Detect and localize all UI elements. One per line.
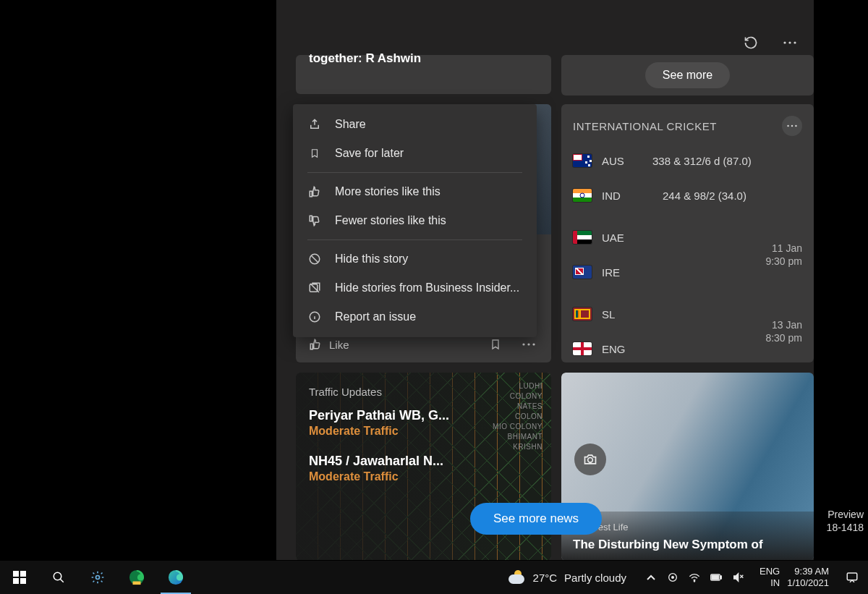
intl-cricket-card: INTERNATIONAL CRICKET AUS338 & 312/6 d (… xyxy=(561,104,814,362)
flag-ind-icon xyxy=(573,189,592,202)
ctx-report[interactable]: Report an issue xyxy=(293,302,537,331)
action-center-button[interactable] xyxy=(836,571,868,584)
cricket-options-button[interactable] xyxy=(782,116,802,136)
ctx-hide-story[interactable]: Hide this story xyxy=(293,245,537,273)
svg-point-6 xyxy=(787,125,788,127)
svg-rect-14 xyxy=(20,571,26,577)
start-button[interactable] xyxy=(0,561,39,594)
svg-rect-28 xyxy=(847,573,857,580)
ctx-fewer-stories[interactable]: Fewer stories like this xyxy=(293,206,537,235)
ctx-share[interactable]: Share xyxy=(293,110,537,139)
weather-icon xyxy=(509,570,526,585)
svg-point-9 xyxy=(588,458,593,463)
bookmark-button[interactable] xyxy=(486,335,505,354)
svg-point-5 xyxy=(532,343,535,345)
tray-wifi-icon[interactable] xyxy=(689,572,700,583)
story-context-menu: Share Save for later More stories like t… xyxy=(293,104,537,337)
match-0[interactable]: AUS338 & 312/6 d (87.0) IND244 & 98/2 (3… xyxy=(561,143,814,213)
search-button[interactable] xyxy=(39,561,78,594)
svg-rect-26 xyxy=(721,576,722,579)
taskbar: 27°C Partly cloudy ENGIN 9:39 AM1/10/202… xyxy=(0,561,868,594)
block-icon xyxy=(307,252,322,266)
thumbs-down-icon xyxy=(307,213,322,228)
taskbar-settings-icon[interactable] xyxy=(78,561,117,594)
weather-temp: 27°C xyxy=(533,572,558,584)
news-interests-panel: together: R Ashwin Like LUDHI COLONY NAT… xyxy=(276,0,814,560)
taskbar-weather[interactable]: 27°C Partly cloudy xyxy=(498,570,637,585)
share-icon xyxy=(307,117,322,132)
headline-text: together: R Ashwin xyxy=(309,51,421,67)
hide-source-icon xyxy=(307,281,322,295)
traffic-road-1: NH45 / Jawaharlal N... xyxy=(309,454,538,469)
camera-icon xyxy=(574,444,606,475)
flag-eng-icon xyxy=(573,342,592,355)
see-more-card: See more xyxy=(561,55,814,96)
flag-sl-icon xyxy=(573,307,592,321)
svg-point-23 xyxy=(672,577,674,579)
svg-point-18 xyxy=(96,576,100,580)
svg-point-3 xyxy=(522,343,524,345)
svg-point-24 xyxy=(694,581,694,582)
like-button[interactable]: Like xyxy=(309,338,349,351)
svg-point-17 xyxy=(54,572,61,580)
taskbar-edge-icon[interactable] xyxy=(156,561,195,594)
headline-card[interactable]: together: R Ashwin xyxy=(296,55,551,94)
taskbar-clock[interactable]: ENGIN 9:39 AM1/10/2021 xyxy=(752,566,836,589)
ctx-hide-source[interactable]: Hide stories from Business Insider... xyxy=(293,273,537,302)
health-headline: The Disturbing New Symptom of xyxy=(573,538,802,552)
flag-ire-icon xyxy=(573,266,592,279)
match-1[interactable]: UAE IRE 11 Jan9:30 pm xyxy=(561,220,814,289)
traffic-title: Traffic Updates xyxy=(309,386,538,398)
svg-point-4 xyxy=(527,343,529,345)
svg-rect-11 xyxy=(310,284,318,292)
like-label: Like xyxy=(329,339,349,351)
svg-point-8 xyxy=(795,125,796,127)
traffic-status-1: Moderate Traffic xyxy=(309,470,538,483)
refresh-button[interactable] xyxy=(741,33,760,52)
flag-aus-icon xyxy=(573,154,592,167)
tray-location-icon[interactable] xyxy=(667,572,678,583)
system-tray xyxy=(637,572,752,583)
traffic-status-0: Moderate Traffic xyxy=(309,425,538,438)
svg-rect-16 xyxy=(20,578,26,584)
bookmark-icon xyxy=(307,146,322,161)
cricket-card-title: INTERNATIONAL CRICKET xyxy=(573,120,717,132)
tray-volume-icon[interactable] xyxy=(732,572,744,583)
taskbar-edge-canary-icon[interactable] xyxy=(117,561,156,594)
flag-uae-icon xyxy=(573,231,592,244)
ctx-save[interactable]: Save for later xyxy=(293,139,537,168)
tray-chevron-up-icon[interactable] xyxy=(645,572,657,583)
card-options-button[interactable] xyxy=(519,335,538,354)
thumbs-up-icon xyxy=(307,184,322,199)
more-options-button[interactable] xyxy=(780,33,799,52)
health-story-card[interactable]: Best Life The Disturbing New Symptom of xyxy=(561,373,814,560)
svg-point-0 xyxy=(783,41,786,43)
see-more-news-button[interactable]: See more news xyxy=(470,503,602,535)
svg-rect-27 xyxy=(712,575,718,579)
build-preview-text: Preview 18-1418 xyxy=(827,508,864,534)
svg-point-1 xyxy=(788,41,791,43)
svg-point-2 xyxy=(793,41,796,43)
traffic-road-0: Periyar Pathai WB, G... xyxy=(309,408,538,423)
info-icon xyxy=(307,310,322,324)
svg-rect-15 xyxy=(13,578,19,584)
weather-desc: Partly cloudy xyxy=(564,572,626,584)
svg-rect-13 xyxy=(13,571,19,577)
svg-rect-20 xyxy=(133,582,141,585)
tray-battery-icon[interactable] xyxy=(710,572,722,583)
match-2[interactable]: SL ENG 13 Jan8:30 pm xyxy=(561,297,814,366)
ctx-more-stories[interactable]: More stories like this xyxy=(293,177,537,206)
see-more-button[interactable]: See more xyxy=(645,62,730,88)
svg-point-7 xyxy=(791,125,793,127)
